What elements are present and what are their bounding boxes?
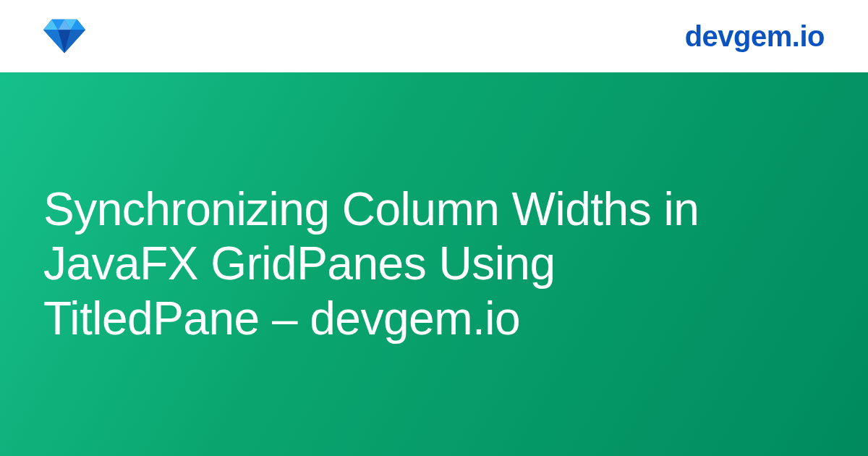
page-title: Synchronizing Column Widths in JavaFX Gr… <box>43 182 738 347</box>
brand-name: devgem.io <box>685 20 825 53</box>
page: devgem.io Synchronizing Column Widths in… <box>0 0 868 456</box>
header: devgem.io <box>0 0 868 72</box>
gem-icon <box>43 19 85 54</box>
hero: Synchronizing Column Widths in JavaFX Gr… <box>0 72 868 456</box>
